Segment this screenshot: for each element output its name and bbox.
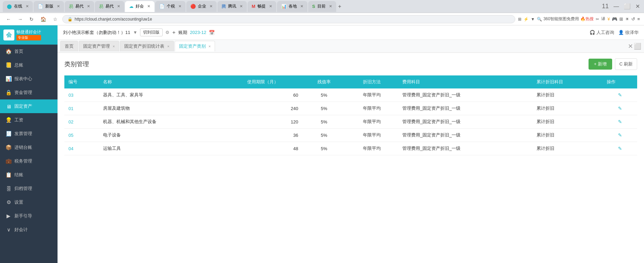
page-tab-depreciation[interactable]: 固定资产折旧统计表× [120,41,174,51]
edit-button-4[interactable]: ✎ [618,146,622,151]
browser-tab-qiye[interactable]: 🔴 企业 ✕ [186,1,217,12]
browser-tab-geshui[interactable]: 📄 个税 ✕ [155,1,186,12]
forward-button[interactable]: → [16,16,25,23]
grid-icon[interactable]: ⊞ [619,16,623,22]
sidebar-item-payroll[interactable]: 👷 工资 [0,113,58,127]
top-bar-right: 🎧 人工咨询 👤 徐泽华 [590,29,639,36]
dropdown-icon[interactable]: ▼ [133,30,137,35]
app-container: 会 畅捷通好会计 专业版 🏠 首页 📒 总账 📊 报表中心 🔒 资金管理 🖥 固… [0,25,644,263]
tab-label-new: 新版 [45,3,53,9]
sidebar-item-more[interactable]: ∨ 好会计 [0,223,58,237]
main-content: 刘小艳演示帐套（勿删勿动！）11 ▼ 切到旧版 ⚙ + 账期 2023-12 📅… [58,25,644,263]
tab-close-mubiao[interactable]: ✕ [329,4,332,9]
browser-tab-online[interactable]: ⬤ 在线 ✕ [3,1,33,12]
url-bar[interactable]: 🔒 https://cloud.chanjet.com/accounting/u… [62,15,515,23]
browser-tab-yidai2[interactable]: 易 易代 ✕ [95,1,124,12]
browser-tab-new[interactable]: 📄 新版 ✕ [34,1,64,12]
tab-close-yidai1[interactable]: ✕ [87,4,90,9]
browser-tab-gedi[interactable]: 📊 各地 ✕ [277,1,307,12]
sidebar-icon-closing: 📋 [5,172,12,178]
game-icon[interactable]: 🎮 [612,16,617,22]
sidebar-item-report[interactable]: 📊 报表中心 [0,72,58,86]
tab-close-tencent[interactable]: ✕ [240,4,243,9]
brightness-icon[interactable]: ☀ [625,16,629,22]
dropdown-nav-button[interactable]: ▼ [531,17,535,22]
sidebar-item-asset[interactable]: 🖥 固定资产 [0,99,58,113]
window-minimize-icon[interactable]: — [614,3,619,10]
browser-tab-yidai1[interactable]: 易 易代 ✕ [65,1,94,12]
switch-to-old-btn[interactable]: 切到旧版 [140,28,163,36]
undo-icon[interactable]: ↺ [631,16,635,22]
headset-icon: 🎧 [590,30,595,35]
edit-button-3[interactable]: ✎ [618,132,622,138]
page-tab-home[interactable]: 首页 [60,41,78,51]
tab-bar-expand-btn[interactable]: ⬜ [634,43,641,50]
row-id-link-0[interactable]: 03 [68,93,73,98]
sidebar-item-home[interactable]: 🏠 首页 [0,45,58,58]
tab-bar-close-btn[interactable]: ✕ [628,43,633,50]
calendar-icon[interactable]: 📅 [209,30,215,35]
browser-tab-haohui[interactable]: ☁ 好会 ✕ [125,1,154,12]
page-tab-category[interactable]: 固定资产类别× [175,41,215,51]
edit-button-1[interactable]: ✎ [618,106,622,111]
sidebar-item-closing[interactable]: 📋 结账 [0,168,58,182]
browser-tab-changte[interactable]: M 畅提 ✕ [248,1,276,12]
add-period-icon[interactable]: + [172,29,175,36]
browser-tab-tencent[interactable]: 腾 腾讯 ✕ [217,1,247,12]
back-button[interactable]: ← [4,16,13,23]
ssl-icon: 🔒 [67,17,73,22]
logo-icon: 会 [3,29,14,40]
new-tab-button[interactable]: + [337,3,343,10]
settings-icon[interactable]: ⚙ [165,30,169,35]
tab-close-online[interactable]: ✕ [26,4,29,9]
sidebar-item-stock[interactable]: 📦 进销台账 [0,141,58,154]
translate-icon[interactable]: 译 [601,16,605,22]
cell-period-2: 120 [223,115,302,129]
qr-code-button[interactable]: ⊞ [518,17,521,22]
tab-close-haohui[interactable]: ✕ [147,4,150,9]
cut-icon[interactable]: ✂ [596,17,599,22]
edit-button-2[interactable]: ✎ [618,119,622,124]
window-close-icon[interactable]: ✕ [635,3,640,10]
tab-close-gedi[interactable]: ✕ [300,4,303,9]
tab-close-qiye[interactable]: ✕ [210,4,213,9]
window-restore-icon[interactable]: ⬜ [624,3,631,10]
wallet-icon[interactable]: ¥ [607,16,610,22]
service-item[interactable]: 🎧 人工咨询 [590,29,614,36]
sidebar-item-settings[interactable]: ⚙ 设置 [0,195,58,209]
sidebar-item-tax[interactable]: 💼 税务管理 [0,154,58,168]
row-id-link-4[interactable]: 04 [68,146,73,151]
browser-tab-mubiao[interactable]: S 目前 ✕ [308,1,336,12]
lightning-button[interactable]: ⚡ [523,17,529,22]
tab-close-asset-mgmt[interactable]: × [113,44,115,48]
row-id-link-2[interactable]: 02 [68,119,73,124]
sidebar-item-archive[interactable]: 🗄 归档管理 [0,182,58,195]
bookmark-button[interactable]: ☆ [51,16,60,23]
search-area[interactable]: 🔍 360智能抠图免费用 🔥热搜 [537,16,594,22]
user-item[interactable]: 👤 徐泽华 [618,29,639,36]
menu-icon[interactable]: ≡ [637,16,640,22]
edit-button-0[interactable]: ✎ [618,92,622,98]
sidebar-icon-settings: ⚙ [5,199,12,205]
top-bar-left: 刘小艳演示帐套（勿删勿动！）11 ▼ 切到旧版 ⚙ + 账期 2023-12 📅 [63,28,215,36]
tab-close-new[interactable]: ✕ [57,4,60,9]
sidebar-item-ledger[interactable]: 📒 总账 [0,58,58,72]
tab-favicon-online: ⬤ [7,4,12,9]
sidebar-item-invoice[interactable]: 🧾 发票管理 [0,127,58,141]
sidebar-item-fund[interactable]: 🔒 资金管理 [0,86,58,99]
tab-close-changte[interactable]: ✕ [269,4,272,9]
refresh-button[interactable]: C 刷新 [615,58,637,70]
cell-period-3: 36 [223,129,302,142]
cell-residual-0: 5% [302,88,346,102]
row-id-link-3[interactable]: 05 [68,133,73,138]
tab-close-yidai2[interactable]: ✕ [117,4,120,9]
add-button[interactable]: + 新增 [589,59,612,70]
reload-button[interactable]: ↻ [27,16,36,23]
tab-close-geshui[interactable]: ✕ [178,4,181,9]
tab-close-depreciation[interactable]: × [167,44,169,48]
page-tab-asset-mgmt[interactable]: 固定资产管理× [79,41,119,51]
sidebar-item-guide[interactable]: ▶ 新手引导 [0,209,58,223]
home-button[interactable]: 🏠 [38,16,48,23]
row-id-link-1[interactable]: 01 [68,106,73,111]
tab-close-category[interactable]: × [209,44,211,48]
